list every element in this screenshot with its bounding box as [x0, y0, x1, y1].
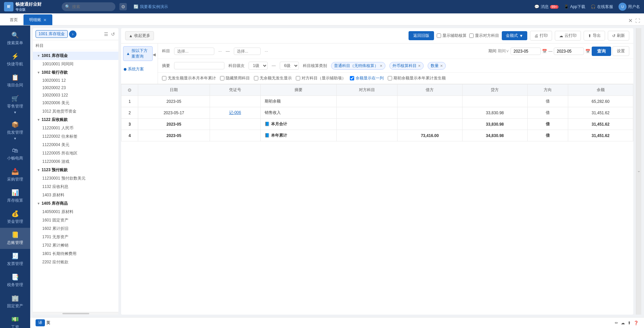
sidebar-item-finance[interactable]: 💰 资金管理 [0, 207, 30, 228]
cb-no-balance[interactable]: 无余额无发生显示 [254, 75, 292, 81]
selected-account[interactable]: 1001 库存现金 [36, 30, 68, 38]
subject-input[interactable] [174, 48, 214, 55]
summary-input[interactable] [174, 62, 224, 69]
filter-dots[interactable]: ··· [218, 49, 222, 54]
tree-item-1132[interactable]: 1132 应收利息 [33, 183, 118, 191]
demo-link[interactable]: 🔄 我要看实例演示 [133, 4, 168, 10]
level-to-select[interactable]: 6级 5级 [280, 62, 299, 70]
sidebar-item-search[interactable]: 🔍 搜索菜单 [0, 28, 30, 49]
show-aux-checkbox[interactable]: 显示辅助核算 [437, 33, 467, 39]
cb-balance-column[interactable]: 余额显示在一列 [350, 75, 384, 81]
tree-item-1602[interactable]: 1602 累计折旧 [33, 224, 118, 233]
tab-ledger[interactable]: 明细账 ✕ [23, 14, 52, 25]
tree-item-1702[interactable]: 1702 累计摊销 [33, 241, 118, 250]
sidebar-item-purchase[interactable]: 📥 采购管理 [0, 165, 30, 186]
right-collapse-panel[interactable]: › [636, 28, 641, 315]
cb-hide-disabled-input[interactable] [220, 76, 224, 80]
online-service-item[interactable]: 🎧 在线客服 [591, 4, 613, 10]
tree-item-1405[interactable]: ▼ 1405 库存商品 [33, 199, 118, 208]
search-input[interactable] [72, 4, 106, 9]
sidebar-item-assets[interactable]: 🏢 固定资产 [0, 291, 30, 312]
cell-voucher-2[interactable]: 记-006 [210, 107, 260, 119]
settings-icon[interactable]: ⚙ [119, 3, 127, 10]
type-tag-3-close[interactable]: ✕ [440, 64, 443, 68]
filter-dots-2[interactable]: ··· [265, 49, 268, 54]
settings-btn[interactable]: 设置 [612, 46, 629, 56]
tree-item-11220001[interactable]: 11220001 人民币 [33, 124, 118, 132]
tree-item-10020003[interactable]: 10020003 122 [33, 91, 118, 99]
type-tag-3[interactable]: 数量 ✕ [428, 62, 446, 70]
tab-close-icon[interactable]: ✕ [43, 18, 47, 22]
status-icon-4[interactable]: ❓ [634, 321, 639, 325]
tree-item-11230001[interactable]: 11230001 预付款数美元 [33, 174, 118, 183]
sidebar-item-ledger[interactable]: 📒 总账管理 [0, 228, 30, 249]
tree-item-1002[interactable]: ▼ 1002 银行存款 [33, 68, 118, 77]
message-item[interactable]: 💬 消息 99+ [534, 4, 558, 10]
sidebar-item-salary[interactable]: 💵 工资 [0, 312, 30, 328]
type-tag-1-close[interactable]: ✕ [380, 64, 382, 68]
tree-item-2202[interactable]: 2202 应付账款 [33, 258, 118, 266]
sidebar-item-invoice[interactable]: 🧾 发票管理 [0, 249, 30, 270]
cloud-print-btn[interactable]: ☁ 云打印 [555, 31, 581, 41]
tab-close-window-icon[interactable]: ✕ [628, 17, 633, 24]
col-settings-icon[interactable]: ⚙ [127, 87, 132, 93]
query-btn[interactable]: 查询 [592, 47, 611, 56]
cb-hide-disabled[interactable]: 隐藏禁用科目 [220, 75, 250, 81]
tree-refresh-icon[interactable]: ↺ [110, 31, 116, 38]
search-bar[interactable]: 🔍 [62, 2, 115, 11]
period-cal-icon-2[interactable]: 📅 [585, 49, 590, 54]
return-old-btn[interactable]: 返回旧版 [409, 31, 434, 40]
sidebar-item-contract[interactable]: 📋 项目合同 [0, 70, 30, 91]
tree-item-1012[interactable]: 1012 其他货币资金 [33, 107, 118, 116]
sidebar-item-inventory[interactable]: 📊 库存核算 [0, 186, 30, 207]
tab-home[interactable]: 首页 [4, 14, 23, 25]
cb-no-balance-input[interactable] [254, 76, 258, 80]
scheme-btn[interactable]: ▲ 按以下方案查询 [123, 46, 153, 61]
tree-item-11220005[interactable]: 11220005 所在地区 [33, 149, 118, 157]
sidebar-item-tax[interactable]: 📑 税务管理 [0, 270, 30, 291]
show-opposite-input[interactable] [469, 34, 474, 38]
cb-opening-balance-input[interactable] [388, 76, 392, 80]
format-dropdown-btn[interactable]: 金额式 ▼ [502, 31, 527, 40]
cb-opening-balance[interactable]: 期初余额显示本年累计发生额 [388, 75, 446, 81]
type-tag-1[interactable]: 普通科目（无特殊核算） ✕ [331, 62, 385, 70]
type-tag-2[interactable]: 外币核算科目 ✕ [389, 62, 424, 70]
cb-balance-column-input[interactable] [350, 76, 354, 80]
tree-item-14050001[interactable]: 14050001 原材料 [33, 208, 118, 216]
tree-item-10010001[interactable]: 10010001 同同同 [33, 60, 118, 68]
tree-item-1001[interactable]: ▼ 1001 库存现金 [33, 52, 118, 60]
show-aux-input[interactable] [437, 34, 441, 38]
tree-item-1122[interactable]: ▼ 1122 应收账款 [33, 116, 118, 124]
status-icon-2[interactable]: ☁ [621, 321, 625, 325]
tab-expand-icon[interactable]: ⛶ [635, 18, 640, 23]
period-cal-icon-1[interactable]: 📅 [542, 49, 547, 54]
tree-item-10020006[interactable]: 10020006 美元 [33, 99, 118, 107]
cb-no-occurrence-input[interactable] [162, 76, 166, 80]
subject-to-input[interactable] [234, 48, 261, 55]
tree-item-1701[interactable]: 1701 无形资产 [33, 233, 118, 241]
expand-more-btn[interactable]: ▲ 收起更多 [125, 31, 154, 40]
system-scheme-btn[interactable]: 系统方案 [123, 65, 156, 73]
level-from-select[interactable]: 1级 2级 [249, 62, 268, 70]
tree-item-10020001[interactable]: 10020001 12 [33, 77, 118, 84]
sidebar-item-wholesale[interactable]: 📦 批发管理 ▼ [0, 118, 30, 144]
translate-btn[interactable]: 译 英 [36, 319, 50, 326]
tree-item-1601[interactable]: 1601 固定资产 [33, 216, 118, 224]
cb-no-occurrence[interactable]: 无发生额显示本月本年累计 [162, 75, 216, 81]
refresh-btn[interactable]: ↺ 刷新 [608, 31, 629, 41]
tree-list-icon[interactable]: ☰ [103, 31, 109, 38]
tree-item-11220004[interactable]: 11220004 美元 [33, 141, 118, 149]
tree-item-1123[interactable]: ▼ 1123 预付账款 [33, 166, 118, 174]
sidebar-item-retail[interactable]: 🛒 零售管理 ▼ [0, 91, 30, 118]
tree-nav-btn[interactable]: › [69, 30, 76, 38]
tree-item-1801[interactable]: 1801 长期待摊费用 [33, 250, 118, 258]
tree-item-11220006[interactable]: 11220006 游戏 [33, 157, 118, 166]
cb-opposite-subject-input[interactable] [296, 76, 300, 80]
period-from-input[interactable] [511, 48, 541, 55]
cb-opposite-subject[interactable]: 对方科目（显示辅助项） [296, 75, 346, 81]
period-to-input[interactable] [554, 48, 584, 55]
show-opposite-checkbox[interactable]: 显示对方科目 [469, 33, 499, 39]
user-item[interactable]: U 用户名 [619, 3, 640, 11]
status-icon-1[interactable]: ✏ [615, 321, 618, 325]
sidebar-item-nav[interactable]: ⚡ 快捷导航 [0, 49, 30, 70]
